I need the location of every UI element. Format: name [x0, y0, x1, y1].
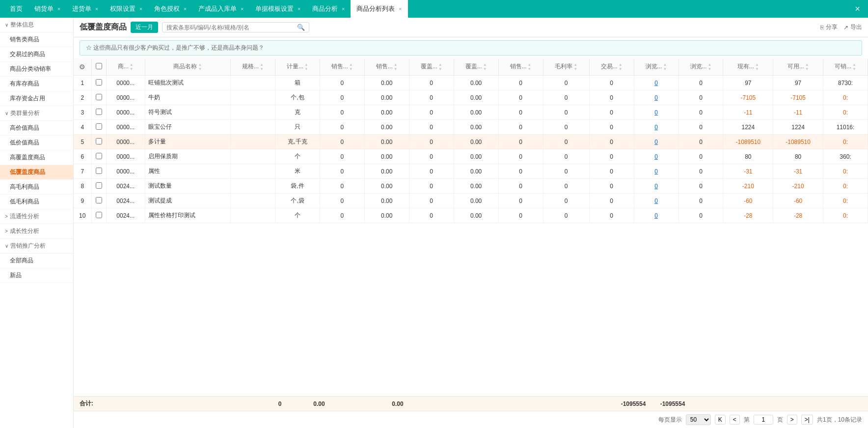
close-icon[interactable]: ×	[298, 6, 300, 12]
next-page-button[interactable]: >	[787, 415, 797, 425]
th-browse2[interactable]: 浏览...▲▼	[678, 58, 723, 76]
close-icon[interactable]: ×	[57, 6, 60, 12]
row-checkbox[interactable]	[96, 109, 102, 115]
th-sales-x[interactable]: 销售...▲▼	[498, 58, 543, 76]
cell-sales-qty: 0	[320, 164, 364, 179]
cell-browse1[interactable]: 0	[634, 149, 678, 164]
search-input[interactable]	[166, 24, 297, 31]
search-icon[interactable]: 🔍	[297, 24, 305, 31]
nav-tab-permissions[interactable]: 权限设置 ×	[104, 0, 148, 18]
export-button[interactable]: ↗ 导出	[843, 23, 862, 31]
close-all-tabs-button[interactable]: ×	[851, 0, 864, 18]
cell-browse1[interactable]: 0	[634, 208, 678, 223]
sidebar-item-all-goods[interactable]: 全部商品	[0, 254, 73, 268]
close-icon[interactable]: ×	[95, 6, 98, 12]
cell-check[interactable]	[91, 105, 106, 120]
cell-check[interactable]	[91, 90, 106, 105]
th-code[interactable]: 商...▲▼	[106, 58, 145, 76]
row-checkbox[interactable]	[96, 94, 102, 100]
sidebar-item-high-value[interactable]: 高价值商品	[0, 121, 73, 136]
sidebar-section-marketing[interactable]: ∨ 营销推广分析	[0, 239, 73, 254]
close-icon[interactable]: ×	[342, 6, 345, 12]
sidebar-section-circulation[interactable]: > 流通性分析	[0, 209, 73, 224]
th-trade[interactable]: 交易...▲▼	[589, 58, 634, 76]
cell-browse1[interactable]: 0	[634, 164, 678, 179]
sidebar-item-high-margin[interactable]: 高毛利商品	[0, 180, 73, 195]
cell-browse1[interactable]: 0	[634, 76, 678, 90]
cell-check[interactable]	[91, 194, 106, 208]
sidebar-item-low-coverage[interactable]: 低覆盖度商品	[0, 165, 73, 180]
cell-browse1[interactable]: 0	[634, 194, 678, 208]
th-saleable[interactable]: 可销...▲▼	[823, 58, 868, 76]
page-label: 第	[744, 416, 750, 424]
cell-browse1[interactable]: 0	[634, 105, 678, 120]
th-spec[interactable]: 规格...▲▼	[230, 58, 275, 76]
cell-browse1[interactable]: 0	[634, 120, 678, 135]
last-page-button[interactable]: >|	[801, 415, 813, 425]
th-name[interactable]: 商品名称▲▼	[145, 58, 230, 76]
th-cover2[interactable]: 覆盖...▲▼	[454, 58, 498, 76]
nav-tab-analysis[interactable]: 商品分析 ×	[306, 0, 351, 18]
cell-check[interactable]	[91, 149, 106, 164]
th-sales-qty[interactable]: 销售...▲▼	[320, 58, 364, 76]
first-page-button[interactable]: K	[715, 415, 726, 425]
cell-check[interactable]	[91, 76, 106, 90]
sidebar-section-cluster[interactable]: ∨ 类群量分析	[0, 106, 73, 121]
close-icon[interactable]: ×	[184, 6, 187, 12]
sidebar-item-stock-goods[interactable]: 有库存商品	[0, 77, 73, 91]
share-button[interactable]: ⎘ 分享	[820, 23, 838, 31]
sidebar-section-overall[interactable]: ∨ 整体信息	[0, 18, 73, 32]
cell-check[interactable]	[91, 120, 106, 135]
th-cover1[interactable]: 覆盖...▲▼	[409, 58, 454, 76]
sidebar-item-traded-goods[interactable]: 交易过的商品	[0, 47, 73, 62]
nav-tab-templates[interactable]: 单据模板设置 ×	[249, 0, 306, 18]
sidebar-item-stock-capital[interactable]: 库存资金占用	[0, 91, 73, 106]
nav-tab-roles[interactable]: 角色授权 ×	[148, 0, 192, 18]
cell-check[interactable]	[91, 135, 106, 149]
sidebar-item-sales-goods[interactable]: 销售类商品	[0, 32, 73, 47]
time-filter-button[interactable]: 近一月	[131, 22, 158, 33]
sidebar-item-low-margin[interactable]: 低毛利商品	[0, 195, 73, 209]
close-icon[interactable]: ×	[139, 6, 142, 12]
cell-browse1[interactable]: 0	[634, 135, 678, 149]
nav-tab-home[interactable]: 首页	[4, 0, 28, 18]
sidebar-item-low-value[interactable]: 低价值商品	[0, 136, 73, 150]
select-all-checkbox[interactable]	[96, 63, 102, 69]
th-unit[interactable]: 计量...▲▼	[275, 58, 320, 76]
cell-check[interactable]	[91, 208, 106, 223]
th-browse1[interactable]: 浏览...▲▼	[634, 58, 678, 76]
sidebar-item-new-goods[interactable]: 新品	[0, 268, 73, 283]
gear-icon[interactable]: ⚙	[79, 63, 85, 71]
page-number-input[interactable]	[754, 415, 773, 425]
nav-tab-sales[interactable]: 销货单 ×	[28, 0, 66, 18]
row-checkbox[interactable]	[96, 197, 102, 203]
table-row: 7 0000... 属性 米 0 0.00 0 0.00 0 0 0 0 0 -…	[74, 164, 868, 179]
th-available[interactable]: 可用...▲▼	[773, 58, 823, 76]
per-page-select[interactable]: 20 50 100	[686, 414, 711, 425]
nav-tab-purchase[interactable]: 进货单 ×	[66, 0, 104, 18]
sidebar-item-category-rate[interactable]: 商品分类动销率	[0, 62, 73, 77]
th-current[interactable]: 现有...▲▼	[723, 58, 773, 76]
sidebar-item-high-coverage[interactable]: 高覆盖度商品	[0, 150, 73, 165]
row-checkbox[interactable]	[96, 123, 102, 130]
th-gross-rate[interactable]: 毛利率▲▼	[543, 58, 589, 76]
nav-tab-analysis-list[interactable]: 商品分析列表 ×	[351, 0, 407, 18]
row-checkbox[interactable]	[96, 212, 102, 218]
cell-check[interactable]	[91, 179, 106, 194]
th-sales-amt[interactable]: 销售...▲▼	[364, 58, 409, 76]
row-checkbox[interactable]	[96, 153, 102, 159]
close-icon[interactable]: ×	[399, 6, 402, 12]
sidebar-section-growth[interactable]: > 成长性分析	[0, 224, 73, 239]
cell-browse1[interactable]: 0	[634, 90, 678, 105]
cell-browse1[interactable]: 0	[634, 179, 678, 194]
cell-trade: 0	[589, 120, 634, 135]
row-checkbox[interactable]	[96, 79, 102, 86]
row-checkbox[interactable]	[96, 182, 102, 189]
th-gear[interactable]: ⚙	[74, 58, 91, 76]
row-checkbox[interactable]	[96, 138, 102, 144]
close-icon[interactable]: ×	[241, 6, 244, 12]
row-checkbox[interactable]	[96, 168, 102, 174]
prev-page-button[interactable]: <	[730, 415, 740, 425]
cell-check[interactable]	[91, 164, 106, 179]
nav-tab-products[interactable]: 产成品入库单 ×	[192, 0, 249, 18]
